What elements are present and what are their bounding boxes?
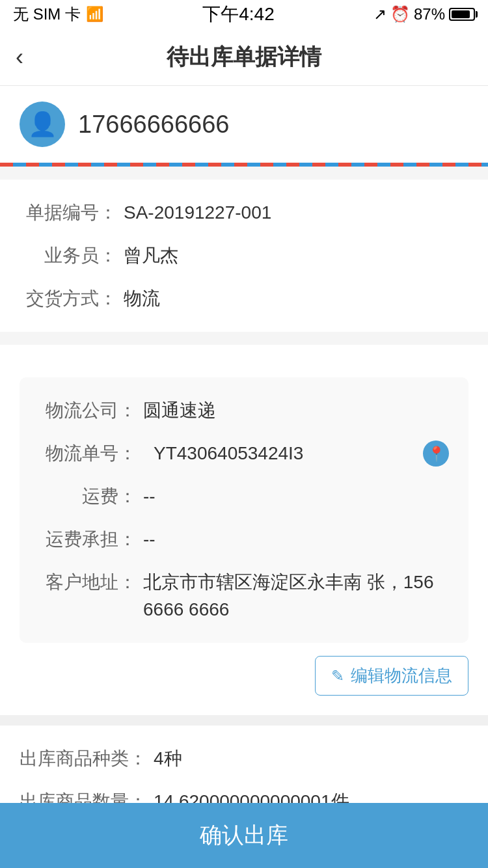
pin-icon: 📍	[427, 443, 445, 465]
address-row: 客户地址： 北京市市辖区海淀区永丰南 张，156 6666 6666	[39, 569, 449, 623]
status-time: 下午4:42	[202, 2, 275, 27]
address-label: 客户地址：	[39, 569, 143, 596]
section-divider	[0, 715, 488, 726]
status-right: ↗ ⏰ 87%	[373, 5, 475, 23]
user-phone: 17666666666	[78, 111, 229, 139]
alarm-icon: ⏰	[390, 5, 410, 23]
order-number-label: 单据编号：	[20, 199, 124, 226]
goods-type-value: 4种	[154, 745, 468, 772]
salesman-value: 曾凡杰	[124, 242, 468, 269]
logistics-card: 物流公司： 圆通速递 物流单号： YT43064053424I3 📍 运费： -…	[20, 377, 468, 643]
freight-row: 运费： --	[39, 483, 449, 510]
wifi-icon: 📶	[86, 6, 103, 23]
salesman-label: 业务员：	[20, 242, 124, 269]
status-bar: 无 SIM 卡 📶 下午4:42 ↗ ⏰ 87%	[0, 0, 488, 29]
edit-logistics-button[interactable]: ✎ 编辑物流信息	[315, 656, 468, 696]
nav-bar: ‹ 待出库单据详情	[0, 29, 488, 86]
freight-label: 运费：	[39, 483, 143, 510]
carrier-text: 无 SIM 卡	[13, 4, 81, 25]
location-pin-icon[interactable]: 📍	[423, 441, 449, 467]
goods-type-label: 出库商品种类：	[20, 745, 154, 772]
avatar-icon: 👤	[28, 111, 57, 138]
logistics-section: 物流公司： 圆通速递 物流单号： YT43064053424I3 📍 运费： -…	[0, 345, 488, 715]
location-icon: ↗	[373, 5, 386, 23]
logistics-company-row: 物流公司： 圆通速递	[39, 397, 449, 424]
edit-logistics-label: 编辑物流信息	[351, 664, 452, 687]
tracking-number-value: YT43064053424I3	[154, 440, 413, 467]
confirm-button[interactable]: 确认出库	[200, 821, 288, 850]
user-row: 👤 17666666666	[0, 86, 488, 163]
battery-icon	[449, 8, 475, 21]
page-title: 待出库单据详情	[167, 42, 321, 72]
avatar: 👤	[20, 102, 65, 147]
logistics-company-value: 圆通速递	[143, 397, 449, 424]
edit-logistics-container: ✎ 编辑物流信息	[20, 656, 468, 696]
back-button[interactable]: ‹	[16, 44, 23, 71]
battery-fill	[452, 10, 470, 18]
basic-info-section: 单据编号： SA-20191227-001 业务员： 曾凡杰 交货方式： 物流	[0, 180, 488, 332]
status-left: 无 SIM 卡 📶	[13, 4, 103, 25]
freight-bear-row: 运费承担： --	[39, 526, 449, 553]
freight-bear-value: --	[143, 526, 449, 553]
delivery-method-label: 交货方式：	[20, 285, 124, 312]
freight-value: --	[143, 483, 449, 510]
delivery-method-row: 交货方式： 物流	[20, 285, 468, 312]
battery-percent: 87%	[414, 5, 445, 23]
delivery-method-value: 物流	[124, 285, 468, 312]
dashed-separator	[0, 163, 488, 167]
edit-icon: ✎	[331, 667, 344, 685]
salesman-row: 业务员： 曾凡杰	[20, 242, 468, 269]
tracking-number-label: 物流单号：	[39, 440, 143, 467]
tracking-number-row: 物流单号： YT43064053424I3 📍	[39, 440, 449, 467]
address-value: 北京市市辖区海淀区永丰南 张，156 6666 6666	[143, 569, 449, 623]
freight-bear-label: 运费承担：	[39, 526, 143, 553]
goods-type-row: 出库商品种类： 4种	[20, 745, 468, 772]
order-number-value: SA-20191227-001	[124, 199, 468, 226]
confirm-bar: 确认出库	[0, 803, 488, 868]
order-number-row: 单据编号： SA-20191227-001	[20, 199, 468, 226]
logistics-company-label: 物流公司：	[39, 397, 143, 424]
